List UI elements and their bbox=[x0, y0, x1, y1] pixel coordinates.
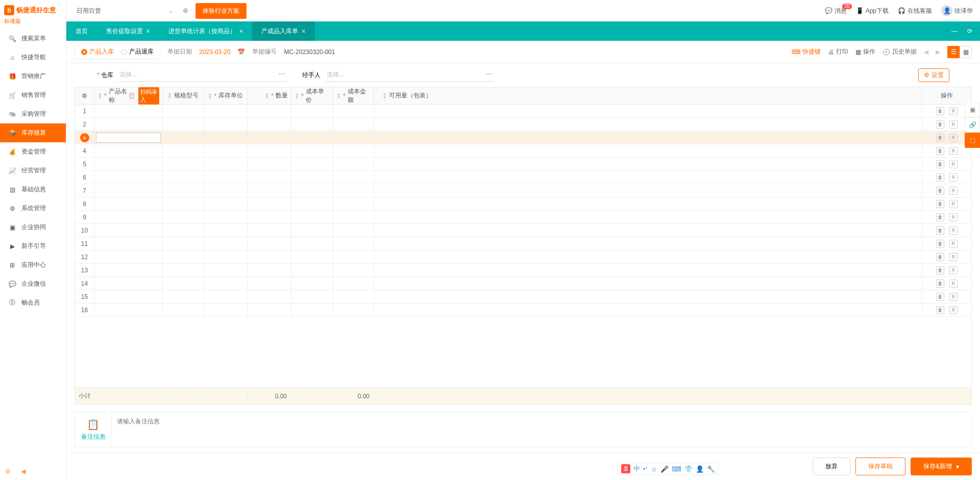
cell-unit[interactable] bbox=[204, 237, 248, 250]
cell-price[interactable] bbox=[291, 290, 333, 303]
nav-item-search[interactable]: 🔍搜索菜单 bbox=[0, 29, 66, 48]
nav-item-bag[interactable]: 🛍采购管理 bbox=[0, 105, 66, 123]
delete-row-icon[interactable]: 🗑 bbox=[936, 306, 944, 314]
table-row[interactable]: 14🗑⎘ bbox=[75, 277, 971, 290]
cell-qty[interactable] bbox=[248, 304, 291, 316]
nav-item-gift[interactable]: 🎁营销推广 bbox=[0, 67, 66, 86]
prev-icon[interactable]: ◀ bbox=[924, 48, 928, 56]
table-row[interactable]: 9🗑⎘ bbox=[75, 211, 971, 224]
tab[interactable]: 首页 bbox=[66, 21, 97, 41]
col-qty[interactable]: ▲▼*数量 bbox=[248, 87, 291, 104]
cell-price[interactable] bbox=[291, 118, 333, 131]
tab[interactable]: 售价提取设置× bbox=[97, 21, 159, 41]
save-new-button[interactable]: 保存&新增 ▾ bbox=[911, 458, 972, 475]
product-name-input[interactable] bbox=[96, 133, 160, 143]
cell-qty[interactable] bbox=[248, 264, 291, 276]
history-link[interactable]: 🕘 历史单据 bbox=[883, 47, 917, 56]
side-tool-3[interactable]: ⬚ bbox=[965, 133, 980, 148]
delete-row-icon[interactable]: 🗑 bbox=[936, 134, 944, 142]
table-row[interactable]: 2🗑⎘ bbox=[75, 118, 971, 131]
cell-amt[interactable] bbox=[333, 304, 374, 316]
cell-amt[interactable] bbox=[333, 105, 374, 117]
cell-unit[interactable] bbox=[204, 158, 248, 170]
cell-qty[interactable] bbox=[248, 171, 291, 184]
cell-name[interactable] bbox=[94, 237, 163, 250]
cell-price[interactable] bbox=[291, 144, 333, 157]
cell-name[interactable] bbox=[94, 277, 163, 290]
cell-spec[interactable] bbox=[163, 264, 204, 276]
grid-settings-button[interactable]: ⚙ 设置 bbox=[918, 68, 949, 82]
cell-qty[interactable] bbox=[248, 197, 291, 210]
table-row[interactable]: 1🗑⎘ bbox=[75, 105, 971, 118]
delete-row-icon[interactable]: 🗑 bbox=[936, 240, 944, 248]
cell-amt[interactable] bbox=[333, 237, 374, 250]
cell-name[interactable] bbox=[94, 118, 163, 131]
nav-item-box[interactable]: 📦库存核算 bbox=[0, 123, 66, 142]
cell-unit[interactable] bbox=[204, 277, 248, 290]
cell-name[interactable] bbox=[94, 290, 163, 303]
table-row[interactable]: +🗑⎘ bbox=[75, 131, 971, 144]
copy-row-icon[interactable]: ⎘ bbox=[949, 226, 958, 235]
nav-item-vip[interactable]: Ⓥ畅会员 bbox=[0, 293, 66, 312]
close-icon[interactable]: × bbox=[239, 27, 243, 35]
col-unit[interactable]: ▲▼*库存单位 bbox=[204, 87, 248, 104]
col-spec[interactable]: ▲▼规格型号 bbox=[163, 87, 204, 104]
delete-row-icon[interactable]: 🗑 bbox=[936, 200, 944, 208]
delete-row-icon[interactable]: 🗑 bbox=[936, 266, 944, 274]
col-name[interactable]: ▲▼*产品名称?扫码录入 bbox=[94, 87, 163, 104]
cell-spec[interactable] bbox=[163, 211, 204, 223]
cell-amt[interactable] bbox=[333, 171, 374, 184]
save-draft-button[interactable]: 保存草稿 bbox=[855, 458, 905, 475]
delete-row-icon[interactable]: 🗑 bbox=[936, 160, 944, 168]
cell-amt[interactable] bbox=[333, 158, 374, 170]
radio-product-out[interactable]: 产品退库 bbox=[121, 47, 154, 56]
ime-bar[interactable]: S 中 •ꞌ ☺ 🎤 ⌨ 👕 👤 🔧 bbox=[618, 463, 719, 475]
copy-row-icon[interactable]: ⎘ bbox=[949, 120, 958, 129]
nav-item-chart[interactable]: 📈经营管理 bbox=[0, 161, 66, 180]
side-tool-1[interactable]: ▣ bbox=[965, 102, 980, 117]
trial-button[interactable]: 体验行业方案 bbox=[195, 3, 247, 19]
cell-unit[interactable] bbox=[204, 264, 248, 276]
cell-unit[interactable] bbox=[204, 224, 248, 237]
cell-qty[interactable] bbox=[248, 290, 291, 303]
cell-name[interactable] bbox=[94, 131, 163, 144]
tab[interactable]: 进货单统计表（按商品）× bbox=[159, 21, 252, 41]
cell-qty[interactable] bbox=[248, 144, 291, 157]
delete-row-icon[interactable]: 🗑 bbox=[936, 226, 944, 235]
cell-amt[interactable] bbox=[333, 211, 374, 223]
table-row[interactable]: 8🗑⎘ bbox=[75, 197, 971, 211]
cell-price[interactable] bbox=[291, 237, 333, 250]
tab[interactable]: 产成品入库单× bbox=[252, 21, 314, 41]
table-row[interactable]: 6🗑⎘ bbox=[75, 171, 971, 184]
copy-row-icon[interactable]: ⎘ bbox=[949, 253, 958, 261]
cell-unit[interactable] bbox=[204, 131, 248, 144]
cell-unit[interactable] bbox=[204, 184, 248, 197]
cell-amt[interactable] bbox=[333, 277, 374, 290]
date-value[interactable]: 2023-03-20 bbox=[199, 48, 230, 56]
cell-spec[interactable] bbox=[163, 197, 204, 210]
discard-button[interactable]: 放弃 bbox=[813, 458, 850, 475]
copy-row-icon[interactable]: ⎘ bbox=[949, 134, 958, 142]
cell-spec[interactable] bbox=[163, 105, 204, 117]
cell-price[interactable] bbox=[291, 184, 333, 197]
cell-amt[interactable] bbox=[333, 144, 374, 157]
col-settings[interactable]: ⚙ bbox=[75, 87, 94, 104]
nav-item-money[interactable]: 💰资金管理 bbox=[0, 142, 66, 161]
radio-product-in[interactable]: 产品入库 bbox=[81, 47, 114, 56]
cell-qty[interactable] bbox=[248, 105, 291, 117]
close-icon[interactable]: × bbox=[301, 27, 305, 35]
cell-amt[interactable] bbox=[333, 118, 374, 131]
copy-row-icon[interactable]: ⎘ bbox=[949, 187, 958, 195]
next-icon[interactable]: ▶ bbox=[936, 48, 940, 56]
nav-item-home[interactable]: ⌂快捷导航 bbox=[0, 48, 66, 67]
cell-name[interactable] bbox=[94, 158, 163, 170]
cell-amt[interactable] bbox=[333, 184, 374, 197]
cell-unit[interactable] bbox=[204, 144, 248, 157]
cell-unit[interactable] bbox=[204, 105, 248, 117]
cell-amt[interactable] bbox=[333, 224, 374, 237]
table-row[interactable]: 12🗑⎘ bbox=[75, 250, 971, 264]
copy-row-icon[interactable]: ⎘ bbox=[949, 107, 958, 115]
shortcut-link[interactable]: ⌨ 快捷键 bbox=[792, 47, 821, 56]
handler-select[interactable]: 选择... ⋯ bbox=[326, 68, 494, 82]
cell-spec[interactable] bbox=[163, 250, 204, 263]
